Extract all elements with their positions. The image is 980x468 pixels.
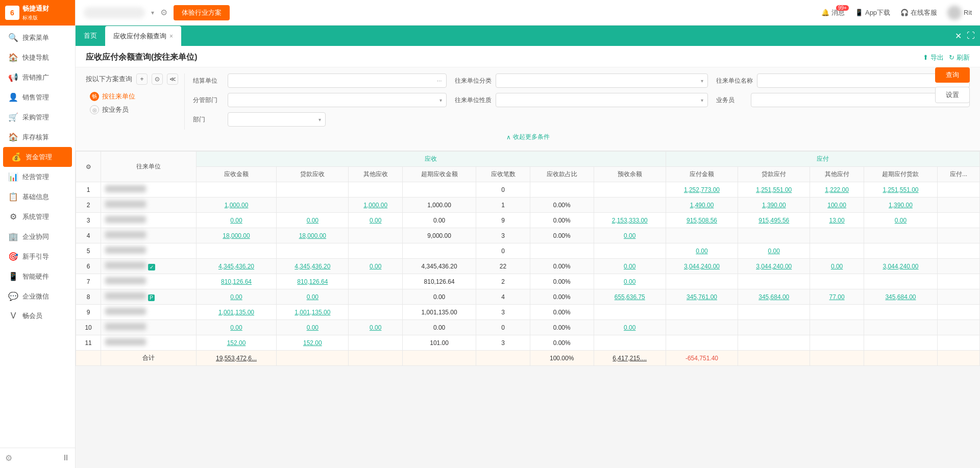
notification-button[interactable]: 🔔 消息 99+: [821, 8, 845, 17]
settlement-dots-icon: ···: [437, 77, 442, 84]
filter-nav-by-staff[interactable]: ◎ 按业务员: [86, 103, 178, 116]
unit-category-arrow-icon: ▾: [701, 78, 703, 84]
user-profile[interactable]: Rit: [947, 6, 972, 20]
breadcrumb: [84, 7, 145, 18]
page-title: 应收应付余额查询(按往来单位): [86, 52, 198, 63]
tab-ar-query[interactable]: 应收应付余额查询 ×: [105, 26, 181, 46]
unit-nature-input[interactable]: ▾: [496, 93, 708, 107]
guide-icon: 🎯: [8, 252, 18, 261]
filter-field-dept-manage: 分管部门 ▾: [193, 93, 447, 107]
filter-fields: 结算单位 ··· 往来单位分类: [193, 73, 970, 130]
download-icon: 📱: [855, 9, 863, 16]
partner-cell: [101, 335, 197, 351]
sidebar-item-guide[interactable]: 🎯 新手引导: [0, 247, 75, 266]
page-content: 应收应付余额查询(按往来单位) ⬆ 导出 ↻ 刷新: [76, 46, 980, 468]
by-unit-icon: 畅: [90, 92, 99, 101]
sidebar-item-quicknav[interactable]: 🏠 快捷导航: [0, 47, 75, 67]
partner-cell: ✓: [101, 259, 197, 274]
dept-manage-arrow-icon: ▾: [439, 97, 442, 103]
dept-label: 部门: [193, 115, 224, 124]
table-ap-overdue-col: 超期应付货款: [864, 167, 937, 182]
table-row: 500.000.00: [76, 243, 980, 259]
filter-row-3: 部门 ▾: [193, 112, 970, 127]
sidebar: 6 畅捷通财 标准版 🔍 搜索菜单 🏠 快捷导航 📢 营销推广 👤 销售: [0, 0, 76, 468]
filter-more-button[interactable]: ≪: [167, 73, 178, 85]
settings-icon[interactable]: ⚙: [160, 8, 167, 17]
footer-ar-prepay[interactable]: 6,417,215....: [594, 351, 666, 366]
expand-window-icon[interactable]: ⛶: [967, 31, 975, 40]
ar-query-tab-label: 应收应付余额查询: [113, 32, 166, 41]
sidebar-item-purchase[interactable]: 🛒 采购管理: [0, 107, 75, 127]
table-row: 7810,126.64810,126.64810,126.6420.00%0.0…: [76, 274, 980, 289]
tabbar-actions: ✕ ⛶: [950, 31, 980, 41]
table-partner-col: 往来单位: [101, 152, 197, 182]
filter-label: 按以下方案查询: [86, 75, 132, 84]
sidebar-item-hardware[interactable]: 📱 智能硬件: [0, 266, 75, 286]
app-download-button[interactable]: 📱 App下载: [855, 8, 890, 17]
sales-icon: 👤: [8, 92, 18, 102]
table-ar-ratio-col: 应收款占比: [530, 167, 594, 182]
logo-sub: 标准版: [22, 14, 49, 21]
customer-service-button[interactable]: 🎧 在线客服: [900, 8, 937, 17]
unit-category-input[interactable]: ▾: [496, 73, 708, 88]
sidebar-item-inventory[interactable]: 🏠 库存核算: [0, 127, 75, 147]
table-row: 6✓4,345,436.204,345,436.200.004,345,436.…: [76, 259, 980, 274]
page-inner: 应收应付余额查询(按往来单位) ⬆ 导出 ↻ 刷新: [76, 46, 980, 366]
partner-cell: [101, 274, 197, 289]
breadcrumb-dropdown-icon[interactable]: ▾: [151, 9, 154, 16]
vip-icon: V: [8, 311, 18, 321]
topbar-right: 🔔 消息 99+ 📱 App下载 🎧 在线客服 Rit: [821, 6, 972, 20]
salesperson-label: 业务员: [716, 96, 747, 105]
filter-field-unit-nature: 往来单位性质 ▾: [455, 93, 708, 107]
solution-button[interactable]: 体验行业方案: [174, 5, 230, 20]
sidebar-item-marketing[interactable]: 📢 营销推广: [0, 67, 75, 87]
footer-ar-ratio: 100.00%: [530, 351, 594, 366]
unit-name-label: 往来单位名称: [716, 77, 753, 85]
table-ap-more-col: 应付...: [938, 167, 980, 182]
sidebar-settings-button[interactable]: ⚙: [5, 453, 12, 463]
sidebar-item-basic[interactable]: 📋 基础信息: [0, 187, 75, 207]
settlement-input[interactable]: ···: [228, 73, 447, 88]
set-button[interactable]: 设置: [935, 87, 970, 103]
sidebar-item-system[interactable]: ⚙ 系统管理: [0, 207, 75, 227]
bell-icon: 🔔: [821, 9, 829, 16]
table-settings-col[interactable]: ⚙: [76, 152, 101, 182]
sidebar-item-vip[interactable]: V 畅会员: [0, 306, 75, 326]
dept-manage-input[interactable]: ▾: [228, 93, 447, 107]
sidebar-item-sales[interactable]: 👤 销售管理: [0, 87, 75, 107]
page-header: 应收应付余额查询(按往来单位) ⬆ 导出 ↻ 刷新: [76, 46, 980, 67]
collapse-icon: ∧: [506, 134, 511, 141]
refresh-button[interactable]: ↻ 刷新: [949, 53, 970, 62]
dept-input[interactable]: ▾: [228, 112, 326, 127]
query-button[interactable]: 查询: [935, 67, 970, 83]
table-footer-row: 合计 19,553,472,6... 100.00% 6,417,215....…: [76, 351, 980, 366]
sidebar-collapse-button[interactable]: ⏸: [62, 453, 70, 463]
sidebar-item-corp[interactable]: 🏢 企业协同: [0, 227, 75, 247]
sidebar-item-search[interactable]: 🔍 搜索菜单: [0, 28, 75, 47]
close-window-icon[interactable]: ✕: [955, 31, 962, 41]
tab-close-icon[interactable]: ×: [169, 33, 173, 40]
collapse-button[interactable]: ∧ 收起更多条件: [86, 130, 970, 144]
sidebar-item-wechat[interactable]: 💬 企业微信: [0, 286, 75, 306]
filter-target-button[interactable]: ⊙: [152, 73, 163, 85]
add-filter-button[interactable]: +: [136, 73, 148, 85]
partner-cell: [101, 182, 197, 198]
purchase-icon: 🛒: [8, 112, 18, 122]
tab-home[interactable]: 首页: [76, 26, 105, 46]
footer-ar-amount[interactable]: 19,553,472,6...: [196, 351, 276, 366]
table-row: 101,252,773.001,251,551.001,222.001,251,…: [76, 182, 980, 198]
filter-row-2: 分管部门 ▾ 往来单位性质: [193, 93, 970, 107]
operation-icon: 📊: [8, 172, 18, 182]
export-button[interactable]: ⬆ 导出: [923, 53, 944, 62]
partner-cell: [101, 228, 197, 243]
service-icon: 🎧: [900, 9, 909, 16]
filter-nav-by-unit[interactable]: 畅 按往来单位: [86, 90, 178, 103]
username: Rit: [964, 9, 972, 16]
by-staff-icon: ◎: [90, 105, 99, 114]
inventory-icon: 🏠: [8, 132, 18, 142]
sidebar-item-operation[interactable]: 📊 经营管理: [0, 167, 75, 187]
filter-area: 按以下方案查询 + ⊙ ≪ 畅 按往来单位: [76, 67, 980, 151]
system-icon: ⚙: [8, 212, 18, 221]
partner-cell: [101, 198, 197, 213]
sidebar-item-finance[interactable]: 💰 资金管理: [3, 147, 72, 167]
